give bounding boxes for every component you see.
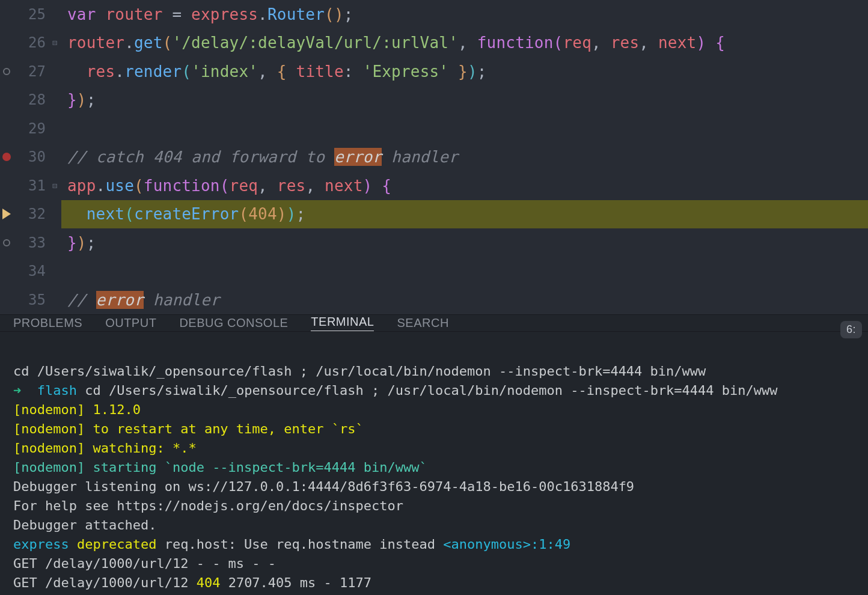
terminal-line: <anonymous>:1:49 xyxy=(443,537,570,552)
code-text[interactable]: next(createError(404)); xyxy=(61,205,305,223)
terminal-status-code: 404 xyxy=(197,575,221,590)
terminal-line: For help see https://nodejs.org/en/docs/… xyxy=(13,498,403,513)
panel-tabs: PROBLEMS OUTPUT DEBUG CONSOLE TERMINAL S… xyxy=(0,315,868,332)
code-text[interactable]: router.get('/delay/:delayVal/url/:urlVal… xyxy=(61,34,725,52)
terminal-line: cd /Users/siwalik/_opensource/flash ; /u… xyxy=(13,364,706,379)
code-text[interactable]: }); xyxy=(61,91,96,109)
gutter-mark[interactable] xyxy=(0,228,13,257)
line-number: 26 xyxy=(13,34,48,51)
code-line[interactable]: 31 ⊟ app.use(function(req, res, next) { xyxy=(0,171,868,200)
breakpoint-unverified-icon xyxy=(3,239,10,246)
code-line[interactable]: 27 res.render('index', { title: 'Express… xyxy=(0,57,868,86)
terminal-line: GET /delay/1000/url/12 xyxy=(13,575,197,590)
tab-output[interactable]: OUTPUT xyxy=(105,316,156,330)
terminal-line: deprecated xyxy=(69,537,157,552)
search-match-highlight: error xyxy=(334,148,382,166)
search-match-highlight: error xyxy=(96,291,144,309)
gutter-mark xyxy=(0,257,13,286)
code-text[interactable]: // catch 404 and forward to error handle… xyxy=(61,148,458,166)
code-line[interactable]: 35 // error handler xyxy=(0,285,868,314)
code-text[interactable]: var router = express.Router(); xyxy=(61,5,353,23)
gutter-mark xyxy=(0,29,13,58)
code-line[interactable]: 30 // catch 404 and forward to error han… xyxy=(0,143,868,172)
gutter-mark xyxy=(0,285,13,314)
line-number: 35 xyxy=(13,291,48,308)
code-line[interactable]: 34 xyxy=(0,257,868,286)
gutter-mark xyxy=(0,171,13,200)
fold-toggle[interactable]: ⊟ xyxy=(48,181,61,191)
gutter-mark[interactable] xyxy=(0,200,13,229)
code-line-current-execution[interactable]: 32 next(createError(404)); xyxy=(0,200,868,229)
terminal-line: express xyxy=(13,537,69,552)
gutter-mark xyxy=(0,86,13,115)
line-number: 29 xyxy=(13,120,48,137)
code-line[interactable]: 26 ⊟ router.get('/delay/:delayVal/url/:u… xyxy=(0,29,868,58)
terminal-line: req.host: Use req.hostname instead xyxy=(156,537,443,552)
gutter-mark[interactable] xyxy=(0,57,13,86)
code-line[interactable]: 25 var router = express.Router(); xyxy=(0,0,868,29)
prompt-arrow-icon: ➜ xyxy=(13,383,37,398)
code-text[interactable]: // error handler xyxy=(61,291,220,309)
line-number: 31 xyxy=(13,177,48,194)
code-line[interactable]: 28 }); xyxy=(0,86,868,115)
terminal-line: [nodemon] watching: *.* xyxy=(13,441,197,456)
terminal-line: Debugger attached. xyxy=(13,517,156,532)
line-number: 28 xyxy=(13,91,48,108)
terminal-cwd: flash xyxy=(37,383,77,398)
terminal-line: [nodemon] to restart at any time, enter … xyxy=(13,421,364,436)
fold-toggle[interactable]: ⊟ xyxy=(48,38,61,47)
line-number: 30 xyxy=(13,148,48,165)
code-line[interactable]: 29 xyxy=(0,114,868,143)
breakpoint-unverified-icon xyxy=(3,68,10,75)
code-text[interactable]: }); xyxy=(61,234,96,252)
gutter-mark[interactable] xyxy=(0,143,13,172)
line-number: 32 xyxy=(13,206,48,222)
tab-debug-console[interactable]: DEBUG CONSOLE xyxy=(179,316,288,330)
code-text[interactable]: app.use(function(req, res, next) { xyxy=(61,177,391,195)
tab-search[interactable]: SEARCH xyxy=(397,316,448,330)
bottom-panel: PROBLEMS OUTPUT DEBUG CONSOLE TERMINAL S… xyxy=(0,314,868,595)
terminal-line: Debugger listening on ws://127.0.0.1:444… xyxy=(13,479,634,494)
line-number: 33 xyxy=(13,234,48,251)
terminal-output[interactable]: cd /Users/siwalik/_opensource/flash ; /u… xyxy=(0,332,868,595)
terminal-line: cd /Users/siwalik/_opensource/flash ; /u… xyxy=(77,383,778,398)
terminal-line: [nodemon] starting `node --inspect-brk=4… xyxy=(13,460,427,475)
gutter-mark xyxy=(0,114,13,143)
terminal-selector-badge[interactable]: 6: xyxy=(840,321,862,338)
terminal-line: [nodemon] 1.12.0 xyxy=(13,402,141,417)
code-text[interactable]: res.render('index', { title: 'Express' }… xyxy=(61,63,487,81)
gutter-mark xyxy=(0,0,13,29)
line-number: 34 xyxy=(13,263,48,279)
terminal-line: GET /delay/1000/url/12 - - ms - - xyxy=(13,556,276,571)
code-editor[interactable]: 25 var router = express.Router(); 26 ⊟ r… xyxy=(0,0,868,314)
code-line[interactable]: 33 }); xyxy=(0,228,868,257)
line-number: 27 xyxy=(13,63,48,80)
terminal-line: 2707.405 ms - 1177 xyxy=(220,575,371,590)
tab-problems[interactable]: PROBLEMS xyxy=(13,316,82,330)
breakpoint-icon xyxy=(2,153,11,161)
execution-pointer-icon xyxy=(2,209,11,219)
line-number: 25 xyxy=(13,6,48,23)
tab-terminal[interactable]: TERMINAL xyxy=(311,315,374,331)
